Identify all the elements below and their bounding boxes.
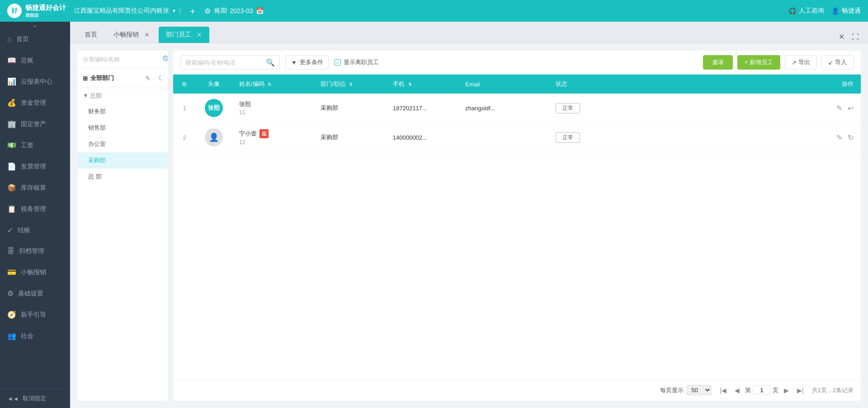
table-row: 2 👤 宁小壹 应 <box>173 123 861 152</box>
search-input[interactable] <box>185 59 263 66</box>
sidebar-item-social[interactable]: 👥 社会 <box>0 325 70 347</box>
sidebar-item-inventory[interactable]: 📦 库存核算 <box>0 177 70 198</box>
search-icon: 🔍 <box>162 55 168 64</box>
filter-btn[interactable]: ▼ 更多条件 <box>285 55 329 70</box>
tab-expense-close[interactable]: ✕ <box>144 31 150 38</box>
sidebar-item-funds[interactable]: 💰 资金管理 <box>0 92 70 113</box>
dept-edit-btn[interactable]: ✎ <box>144 73 151 83</box>
dept-search-input[interactable] <box>83 56 159 63</box>
sidebar-item-closing[interactable]: ✓ 结账 <box>0 220 70 241</box>
edit-icon[interactable]: ✎ <box>836 133 842 142</box>
period-value: 2023-03 <box>230 7 253 14</box>
sidebar-item-assets[interactable]: 🏢 固定资产 <box>0 113 70 135</box>
export-btn[interactable]: ↗ 导出 <box>785 55 817 70</box>
sidebar: ▲ ⌂ 首页 📖 总账 📊 云报表中心 💰 资金管理 🏢 固定资产 💵 工资 📄… <box>0 22 70 408</box>
sidebar-label: 新手引导 <box>21 311 46 319</box>
company-selector[interactable]: 江西服宝精品有限责任公司内账张 ▾ <box>74 7 175 15</box>
col-phone[interactable]: 手机 ⇅ <box>386 75 458 94</box>
sidebar-item-guide[interactable]: 🧭 新手引导 <box>0 304 70 325</box>
dept-item-caigou[interactable]: 采购部 <box>77 152 168 169</box>
show-resigned-checkbox[interactable]: ✓ <box>335 59 341 66</box>
logo-sub: 旗舰版 <box>25 12 66 19</box>
row-phone: 187202117... <box>386 94 458 123</box>
col-dept-pos[interactable]: 部门/职位 ⇅ <box>313 75 386 94</box>
filter-label: 更多条件 <box>300 58 323 66</box>
dept-item-caiwu[interactable]: 财务部 <box>77 103 168 120</box>
tab-dept-close[interactable]: ✕ <box>197 31 202 38</box>
first-page-btn[interactable]: |◀ <box>717 386 729 395</box>
sidebar-label: 社会 <box>21 332 33 340</box>
edit-icon[interactable]: ✎ <box>836 104 842 113</box>
all-dept-header[interactable]: ⊞ 全部部门 ✎ 《 <box>77 69 168 88</box>
employee-tag: 应 <box>259 129 269 138</box>
sidebar-item-home[interactable]: ⌂ 首页 <box>0 29 70 50</box>
next-page-btn[interactable]: ▶ <box>781 386 792 395</box>
import-label: 导入 <box>835 58 847 66</box>
add-company-icon[interactable]: ＋ <box>188 5 197 17</box>
sidebar-item-xiao[interactable]: 💳 小畅报销 <box>0 262 70 283</box>
export-icon: ↗ <box>792 59 797 66</box>
sidebar-item-settings[interactable]: ⚙ 基础设置 <box>0 283 70 304</box>
funds-icon: 💰 <box>7 98 16 107</box>
tab-dept-employee[interactable]: 部门员工 ✕ <box>159 27 209 43</box>
per-page-dropdown[interactable]: 50 10 20 100 <box>686 385 712 395</box>
avatar-icon: 👤 <box>831 7 839 14</box>
logout-icon[interactable]: ↩ <box>848 104 854 113</box>
tab-close-window-btn[interactable]: ✕ <box>837 31 846 43</box>
dept-item-xiaoshou[interactable]: 销售部 <box>77 120 168 136</box>
sidebar-item-salary[interactable]: 💵 工资 <box>0 135 70 156</box>
search-box: 🔍 <box>180 55 280 70</box>
dept-item-bangong[interactable]: 办公室 <box>77 136 168 152</box>
settings-nav-icon: ⚙ <box>7 289 14 298</box>
sidebar-label: 资金管理 <box>21 99 46 107</box>
sidebar-label: 云报表中心 <box>21 78 52 86</box>
tab-home[interactable]: 首页 <box>77 27 104 43</box>
calendar-icon[interactable]: 📅 <box>256 7 264 14</box>
avatar-circle: 张熙 <box>205 99 223 117</box>
tabs-bar: 首页 小畅报销 ✕ 部门员工 ✕ ✕ ⛶ <box>70 22 868 43</box>
refresh-icon[interactable]: ↻ <box>848 133 854 142</box>
home-icon: ⌂ <box>7 35 12 43</box>
dept-header-actions: ✎ 《 <box>144 73 162 83</box>
row-avatar: 张熙 <box>196 94 232 123</box>
export-label: 导出 <box>798 58 810 66</box>
sort-icon: ⇅ <box>408 82 412 87</box>
page-number-input[interactable] <box>753 385 771 395</box>
dept-collapse-btn[interactable]: 《 <box>154 73 162 83</box>
tab-maximize-btn[interactable]: ⛶ <box>850 31 861 43</box>
right-panel: 🔍 ▼ 更多条件 ✓ 显示离职员工 邀请 + 新增员工 ↗ <box>173 51 861 401</box>
sidebar-item-ledger[interactable]: 📖 总账 <box>0 50 70 71</box>
page-content: 🔍 ⊞ 全部部门 ✎ 《 ▼ 总部 财务部 销售部 办公室 <box>70 43 868 408</box>
table-row: 1 张熙 张熙 11 <box>173 94 861 123</box>
sidebar-item-tax[interactable]: 📋 税务管理 <box>0 198 70 220</box>
sidebar-label: 工资 <box>21 141 33 150</box>
sidebar-label: 基础设置 <box>18 290 43 298</box>
inventory-icon: 📦 <box>7 183 16 192</box>
name-code-cell: 宁小壹 应 12 <box>239 129 306 145</box>
show-resigned-toggle[interactable]: ✓ 显示离职员工 <box>335 58 379 66</box>
ledger-icon: 📖 <box>7 56 16 65</box>
toolbar-right: 邀请 + 新增员工 ↗ 导出 ↙ 导入 <box>703 55 854 70</box>
user-menu[interactable]: 👤 畅捷通 <box>831 7 861 15</box>
cancel-pin-btn[interactable]: ◄◄ 取消固定 <box>0 389 70 408</box>
add-employee-btn[interactable]: + 新增员工 <box>737 55 780 70</box>
row-avatar: 👤 <box>196 123 232 152</box>
last-page-btn[interactable]: ▶| <box>794 386 807 395</box>
sidebar-scroll-up[interactable]: ▲ <box>0 22 70 29</box>
dept-item-zong[interactable]: 总 部 <box>77 169 168 185</box>
col-settings[interactable]: ⚙ <box>173 75 196 94</box>
col-name-code[interactable]: 姓名/编码 ⇅ <box>232 75 313 94</box>
ai-consult[interactable]: 🎧 人工咨询 <box>788 7 824 15</box>
row-dept: 采购部 <box>313 94 386 123</box>
settings-icon[interactable]: ⚙ <box>204 7 211 15</box>
pin-icon: ◄◄ <box>7 395 19 402</box>
invite-btn[interactable]: 邀请 <box>703 55 733 70</box>
import-btn[interactable]: ↙ 导入 <box>821 55 854 70</box>
topbar-right: 🎧 人工咨询 👤 畅捷通 <box>788 7 861 15</box>
prev-page-btn[interactable]: ◀ <box>732 386 742 395</box>
sidebar-item-invoice[interactable]: 📄 发票管理 <box>0 156 70 177</box>
sidebar-label: 固定资产 <box>21 120 46 128</box>
sidebar-item-reports[interactable]: 📊 云报表中心 <box>0 71 70 92</box>
sidebar-item-archive[interactable]: 🗄 归档管理 <box>0 241 70 262</box>
tab-expense[interactable]: 小畅报销 ✕ <box>106 27 157 43</box>
